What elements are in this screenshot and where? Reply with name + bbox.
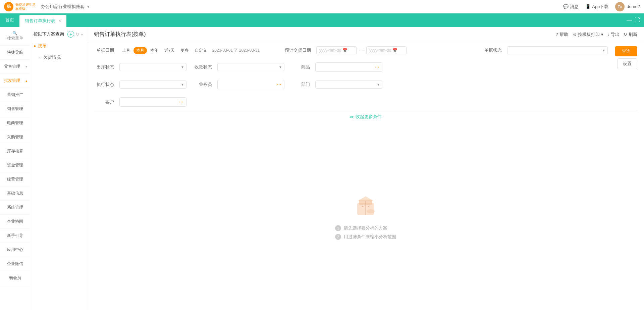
date-tab-custom[interactable]: 自定义 bbox=[192, 47, 210, 54]
product-dots-icon[interactable]: ··· bbox=[375, 64, 379, 70]
date-start-placeholder: yyyy-mm-dd bbox=[319, 48, 341, 53]
customer-select[interactable]: ··· bbox=[119, 97, 186, 107]
search-button[interactable]: 查询 bbox=[615, 46, 637, 56]
print-icon: 🖨 bbox=[572, 32, 577, 37]
doc-status-label: 单据状态 bbox=[482, 47, 502, 53]
refresh-icon: ↻ bbox=[624, 32, 627, 37]
app-download-button[interactable]: 📱 App下载 bbox=[585, 4, 608, 10]
sidebar-item-purchase[interactable]: 采购管理 bbox=[0, 130, 30, 144]
tip-num-2: 2 bbox=[335, 234, 341, 240]
delivery-status-select[interactable]: ▾ bbox=[119, 63, 186, 71]
sidebar-item-wholesale[interactable]: 批发管理 ▴ bbox=[0, 74, 30, 88]
print-label: 按模板打印 bbox=[578, 32, 600, 38]
tab-minimize-icon[interactable]: — bbox=[627, 17, 632, 23]
calendar-icon-end: 📅 bbox=[392, 48, 397, 53]
left-panel-refresh-button[interactable]: ↻ bbox=[75, 32, 79, 37]
sidebar-item-basic[interactable]: 基础信息 bbox=[0, 187, 30, 201]
user-menu[interactable]: Ea demo2 bbox=[615, 2, 640, 11]
order-dot-icon: ● bbox=[34, 44, 36, 48]
date-tab-last7[interactable]: 近7天 bbox=[162, 47, 177, 54]
product-select[interactable]: ··· bbox=[315, 62, 382, 72]
left-panel-add-button[interactable]: + bbox=[67, 31, 74, 38]
sidebar-item-guide[interactable]: 新手引导 bbox=[0, 229, 30, 243]
tab-sales-order[interactable]: 销售订单执行表 × bbox=[19, 15, 66, 27]
topbar-path: 办公用品行业模拟账套 ▾ bbox=[41, 4, 558, 10]
refresh-label: 刷新 bbox=[629, 32, 637, 38]
sidebar-item-system[interactable]: 系统管理 bbox=[0, 201, 30, 215]
tip-1-text: 请先选择要分析的方案 bbox=[344, 225, 387, 231]
tab-close-icon[interactable]: × bbox=[59, 18, 61, 23]
expected-date-end[interactable]: yyyy-mm-dd 📅 bbox=[366, 46, 407, 54]
sidebar-quick-nav[interactable]: 快捷导航 bbox=[0, 46, 30, 60]
receipt-status-select[interactable]: ▾ bbox=[217, 63, 284, 71]
sidebar-item-finance[interactable]: 资金管理 bbox=[0, 158, 30, 172]
logo-icon: 畅 bbox=[4, 2, 13, 11]
svg-point-4 bbox=[367, 209, 375, 213]
collapse-more-button[interactable]: ≪ 收起更多条件 bbox=[94, 111, 637, 122]
sidebar-item-ecommerce[interactable]: 电商管理 bbox=[0, 116, 30, 130]
date-tab-more[interactable]: 更多 bbox=[178, 47, 192, 54]
sidebar-item-sales[interactable]: 销售管理 bbox=[0, 102, 30, 116]
export-button[interactable]: ↓ 导出 bbox=[607, 32, 620, 38]
collapse-chevron-icon: ≪ bbox=[350, 114, 354, 119]
retail-arrow-icon: ▾ bbox=[25, 65, 27, 68]
sidebar-label-purchase: 采购管理 bbox=[7, 135, 23, 139]
salesperson-select[interactable]: ··· bbox=[217, 80, 284, 89]
page-path-label: 办公用品行业模拟账套 bbox=[41, 4, 85, 10]
path-dropdown-icon[interactable]: ▾ bbox=[87, 4, 90, 9]
sidebar-label-operations: 经营管理 bbox=[7, 177, 23, 182]
sidebar-item-wechat[interactable]: 企业微信 bbox=[0, 257, 30, 271]
refresh-button[interactable]: ↻ 刷新 bbox=[624, 32, 637, 38]
sidebar-label-wholesale: 批发管理 bbox=[4, 78, 20, 84]
date-tab-last-month[interactable]: 上月 bbox=[119, 47, 133, 54]
expected-date-start[interactable]: yyyy-mm-dd 📅 bbox=[316, 46, 357, 54]
page-actions: ? 帮助 🖨 按模板打印 ▾ ↓ 导出 ↻ 刷新 bbox=[555, 32, 637, 38]
sidebar-label-system: 系统管理 bbox=[7, 205, 23, 210]
tip-num-1: 1 bbox=[335, 225, 341, 231]
customer-dots-icon[interactable]: ··· bbox=[179, 99, 183, 105]
debt-icon: ○ bbox=[39, 55, 41, 60]
tab-home[interactable]: 首页 bbox=[0, 13, 19, 27]
sidebar-item-operations[interactable]: 经营管理 bbox=[0, 172, 30, 187]
content-area: 销售订单执行表(按单) ? 帮助 🖨 按模板打印 ▾ ↓ 导出 bbox=[87, 27, 644, 310]
date-tab-this-year[interactable]: 本年 bbox=[148, 47, 161, 54]
left-panel-item-order[interactable]: ● 按单 bbox=[30, 40, 87, 52]
sidebar-item-member[interactable]: 畅会员 bbox=[0, 271, 30, 285]
sidebar-label-guide: 新手引导 bbox=[7, 233, 23, 238]
sidebar-label-sales: 销售管理 bbox=[7, 106, 23, 111]
search-icon: 🔍 bbox=[12, 31, 17, 36]
tab-maximize-icon[interactable]: ⛶ bbox=[635, 17, 640, 23]
left-panel-item-debt[interactable]: ○ 欠货情况 bbox=[30, 52, 87, 63]
sidebar-item-marketing[interactable]: 营销推广 bbox=[0, 88, 30, 102]
sidebar-item-enterprise[interactable]: 企业协同 bbox=[0, 215, 30, 229]
receipt-status-label: 收款状态 bbox=[192, 64, 212, 70]
left-panel-collapse-button[interactable]: « bbox=[81, 32, 84, 37]
expected-date-group: yyyy-mm-dd 📅 — yyyy-mm-dd 📅 bbox=[316, 46, 476, 54]
print-button[interactable]: 🖨 按模板打印 ▾ bbox=[572, 32, 603, 38]
receipt-dropdown-icon: ▾ bbox=[279, 65, 281, 69]
empty-tip-2: 2 用过滤条件来缩小分析范围 bbox=[335, 234, 396, 240]
department-select[interactable]: ▾ bbox=[315, 81, 382, 89]
settings-button[interactable]: 设置 bbox=[617, 58, 637, 69]
message-button[interactable]: 💬 消息 bbox=[563, 4, 579, 10]
help-button[interactable]: ? 帮助 bbox=[555, 32, 568, 38]
tab-sales-label: 销售订单执行表 bbox=[25, 18, 55, 24]
department-dropdown-icon: ▾ bbox=[377, 82, 379, 87]
left-panel-item-order-label: 按单 bbox=[38, 43, 47, 49]
exec-status-select[interactable]: ▾ bbox=[119, 81, 186, 89]
sidebar-label-ecommerce: 电商管理 bbox=[7, 120, 23, 125]
date-tabs: 上月 本月 本年 近7天 更多 自定义 bbox=[119, 47, 210, 54]
logo-text: 畅捷通好生意 标准版 bbox=[15, 3, 36, 11]
message-label: 消息 bbox=[570, 4, 579, 10]
sidebar-item-apps[interactable]: 应用中心 bbox=[0, 243, 30, 257]
collapse-label: 收起更多条件 bbox=[356, 114, 382, 120]
doc-status-select[interactable]: ▾ bbox=[507, 46, 608, 54]
sidebar-search[interactable]: 🔍 搜索菜单 bbox=[0, 27, 30, 46]
sidebar-item-retail[interactable]: 零售管理 ▾ bbox=[0, 60, 30, 74]
sidebar-item-inventory[interactable]: 库存核算 bbox=[0, 144, 30, 158]
date-tab-this-month[interactable]: 本月 bbox=[133, 47, 147, 54]
salesperson-dots-icon[interactable]: ··· bbox=[277, 82, 281, 88]
filter-row-1: 单据日期 上月 本月 本年 近7天 更多 自定义 20 bbox=[94, 46, 608, 54]
sidebar-label-member: 畅会员 bbox=[9, 275, 21, 280]
sidebar-label-wechat: 企业微信 bbox=[7, 261, 23, 266]
